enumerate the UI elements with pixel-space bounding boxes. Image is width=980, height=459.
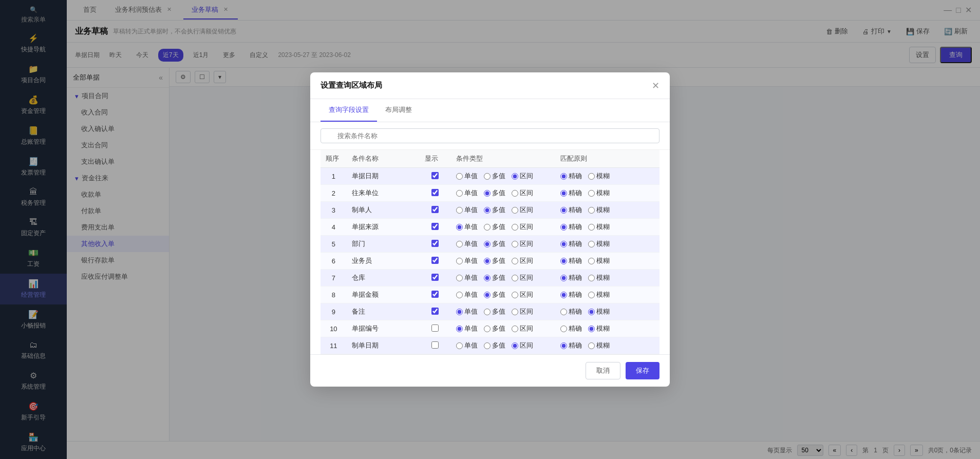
match-radio-item[interactable]: 模糊 <box>588 171 610 181</box>
type-radio-input[interactable] <box>456 309 463 315</box>
type-radio-input[interactable] <box>456 241 463 247</box>
match-radio-item[interactable]: 模糊 <box>588 290 610 299</box>
type-radio-item[interactable]: 区间 <box>512 222 533 232</box>
match-radio-item[interactable]: 模糊 <box>588 341 610 350</box>
match-radio-item[interactable]: 精确 <box>560 205 582 215</box>
match-radio-input[interactable] <box>560 309 567 315</box>
type-radio-item[interactable]: 单值 <box>456 222 478 232</box>
show-checkbox[interactable] <box>431 172 439 179</box>
type-radio-item[interactable]: 单值 <box>456 171 478 181</box>
type-radio-item[interactable]: 区间 <box>512 324 533 333</box>
type-radio-item[interactable]: 多值 <box>484 256 505 265</box>
type-radio-item[interactable]: 多值 <box>484 290 505 299</box>
type-radio-item[interactable]: 多值 <box>484 239 505 248</box>
type-radio-item[interactable]: 多值 <box>484 222 505 232</box>
cancel-button[interactable]: 取消 <box>586 362 620 379</box>
show-checkbox[interactable] <box>431 257 439 264</box>
match-radio-item[interactable]: 精确 <box>560 290 582 299</box>
type-radio-input[interactable] <box>484 241 491 247</box>
type-radio-item[interactable]: 区间 <box>512 188 533 198</box>
type-radio-input[interactable] <box>484 207 491 214</box>
match-radio-item[interactable]: 精确 <box>560 188 582 198</box>
show-checkbox[interactable] <box>431 189 439 196</box>
match-radio-input[interactable] <box>588 224 595 231</box>
type-radio-input[interactable] <box>484 275 491 281</box>
type-radio-input[interactable] <box>456 258 463 264</box>
type-radio-input[interactable] <box>456 173 463 180</box>
type-radio-item[interactable]: 多值 <box>484 188 505 198</box>
type-radio-item[interactable]: 区间 <box>512 171 533 181</box>
show-checkbox[interactable] <box>431 341 439 349</box>
match-radio-input[interactable] <box>588 258 595 264</box>
match-radio-input[interactable] <box>588 241 595 247</box>
match-radio-item[interactable]: 精确 <box>560 273 582 282</box>
type-radio-item[interactable]: 单值 <box>456 205 478 215</box>
type-radio-input[interactable] <box>512 275 518 281</box>
type-radio-item[interactable]: 多值 <box>484 307 505 316</box>
show-checkbox-wrapper[interactable] <box>425 341 446 350</box>
type-radio-item[interactable]: 单值 <box>456 324 478 333</box>
show-checkbox-wrapper[interactable] <box>425 206 446 215</box>
match-radio-item[interactable]: 精确 <box>560 341 582 350</box>
match-radio-item[interactable]: 精确 <box>560 171 582 181</box>
type-radio-input[interactable] <box>456 190 463 197</box>
match-radio-input[interactable] <box>560 190 567 197</box>
match-radio-input[interactable] <box>560 326 567 332</box>
match-radio-item[interactable]: 精确 <box>560 239 582 248</box>
type-radio-input[interactable] <box>484 173 491 180</box>
match-radio-input[interactable] <box>560 224 567 231</box>
type-radio-input[interactable] <box>456 275 463 281</box>
type-radio-input[interactable] <box>456 224 463 231</box>
type-radio-item[interactable]: 单值 <box>456 188 478 198</box>
match-radio-input[interactable] <box>560 258 567 264</box>
modal-tab-fieldset[interactable]: 查询字段设置 <box>321 99 377 122</box>
show-checkbox[interactable] <box>431 291 439 298</box>
match-radio-input[interactable] <box>588 309 595 315</box>
type-radio-item[interactable]: 区间 <box>512 256 533 265</box>
type-radio-item[interactable]: 多值 <box>484 273 505 282</box>
show-checkbox[interactable] <box>431 206 439 213</box>
type-radio-item[interactable]: 多值 <box>484 324 505 333</box>
match-radio-input[interactable] <box>588 342 595 349</box>
match-radio-item[interactable]: 模糊 <box>588 239 610 248</box>
match-radio-item[interactable]: 模糊 <box>588 273 610 282</box>
type-radio-item[interactable]: 多值 <box>484 341 505 350</box>
match-radio-input[interactable] <box>560 173 567 180</box>
match-radio-input[interactable] <box>588 173 595 180</box>
type-radio-input[interactable] <box>512 173 518 180</box>
type-radio-item[interactable]: 单值 <box>456 273 478 282</box>
type-radio-item[interactable]: 区间 <box>512 307 533 316</box>
type-radio-input[interactable] <box>512 190 518 197</box>
type-radio-input[interactable] <box>512 224 518 231</box>
match-radio-item[interactable]: 模糊 <box>588 324 610 333</box>
type-radio-input[interactable] <box>484 309 491 315</box>
show-checkbox-wrapper[interactable] <box>425 223 446 232</box>
type-radio-input[interactable] <box>456 292 463 298</box>
modal-save-button[interactable]: 保存 <box>626 362 659 379</box>
match-radio-item[interactable]: 精确 <box>560 307 582 316</box>
type-radio-item[interactable]: 多值 <box>484 205 505 215</box>
match-radio-item[interactable]: 精确 <box>560 324 582 333</box>
show-checkbox-wrapper[interactable] <box>425 172 446 181</box>
type-radio-input[interactable] <box>456 207 463 214</box>
type-radio-input[interactable] <box>484 258 491 264</box>
match-radio-input[interactable] <box>588 292 595 298</box>
type-radio-input[interactable] <box>512 309 518 315</box>
show-checkbox[interactable] <box>431 324 439 332</box>
type-radio-input[interactable] <box>512 241 518 247</box>
type-radio-item[interactable]: 多值 <box>484 171 505 181</box>
match-radio-input[interactable] <box>560 207 567 214</box>
match-radio-input[interactable] <box>588 190 595 197</box>
match-radio-input[interactable] <box>588 326 595 332</box>
modal-search-input[interactable] <box>321 128 659 143</box>
match-radio-item[interactable]: 精确 <box>560 222 582 232</box>
match-radio-input[interactable] <box>560 292 567 298</box>
show-checkbox-wrapper[interactable] <box>425 240 446 248</box>
show-checkbox[interactable] <box>431 240 439 247</box>
type-radio-input[interactable] <box>484 342 491 349</box>
match-radio-item[interactable]: 模糊 <box>588 205 610 215</box>
show-checkbox[interactable] <box>431 274 439 281</box>
match-radio-input[interactable] <box>588 207 595 214</box>
match-radio-item[interactable]: 模糊 <box>588 188 610 198</box>
type-radio-input[interactable] <box>456 326 463 332</box>
